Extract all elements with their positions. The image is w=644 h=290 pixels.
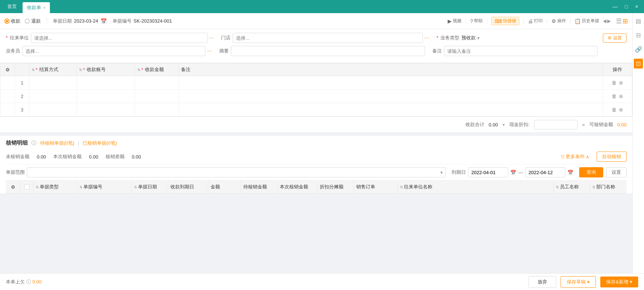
row-1-ops: 🗑 ⊕ [603, 76, 632, 89]
calendar-icon[interactable]: 📅 [101, 18, 107, 24]
save-new-dropdown-icon: ▾ [630, 279, 632, 285]
history-prev-icon[interactable]: ◀ [603, 18, 606, 24]
home-tab[interactable]: 首页 [3, 0, 21, 13]
detail-settings-icon[interactable]: ⚙ [6, 181, 20, 193]
store-more-icon[interactable]: ··· [424, 35, 429, 41]
remark-input[interactable] [444, 46, 597, 56]
col-header-amount2: 金额 [208, 181, 241, 193]
row-1-delete-icon[interactable]: 🗑 [612, 80, 617, 86]
col-header-ops: 操作 [603, 63, 632, 76]
row-2-delete-icon[interactable]: 🗑 [612, 93, 617, 99]
discount-input[interactable] [534, 120, 578, 129]
table-settings-icon[interactable]: ⚙ [0, 63, 15, 76]
window-close-button[interactable]: × [632, 4, 641, 9]
due-date-range: 到期日 📅 — 📅 [452, 167, 573, 177]
due-date-from-input[interactable] [468, 167, 508, 177]
history-action[interactable]: 📋 历史单据 [574, 18, 599, 24]
counter-party-field: * 往来单位 ··· [6, 33, 214, 43]
pending-tab[interactable]: 待核销单据(0笔) [40, 140, 74, 146]
select-all-checkbox[interactable] [24, 184, 30, 189]
row-2-copy-icon[interactable]: ⊕ [619, 93, 623, 99]
row-2-amount[interactable] [135, 90, 179, 103]
row-1-settle[interactable] [30, 76, 77, 89]
row-1-remark[interactable] [179, 76, 603, 89]
help-action[interactable]: ? 帮助 [470, 18, 483, 24]
sidebar-link-icon[interactable]: 🔗 [633, 44, 644, 54]
row-3-delete-icon[interactable]: 🗑 [612, 107, 617, 113]
settings-button-2[interactable]: 设置 [606, 167, 627, 177]
col-header-settle: ⇅ * 结算方式 [30, 63, 77, 76]
sidebar-table-icon[interactable]: ▤ [634, 16, 643, 26]
table-header: ⚙ ⇅ * 结算方式 ⇅ * 收款账号 ⇅ * 收款金额 备注 操作 [0, 63, 632, 76]
bottom-per-order: 本单上欠 ⓘ 0.00 [6, 279, 42, 285]
biz-type-select[interactable]: 预收款 ▾ [462, 35, 603, 41]
active-tab[interactable]: 收款单 × [23, 2, 50, 13]
row-2-remark[interactable] [179, 90, 603, 103]
form-row-1: * 往来单位 ··· 门店 ··· * 业务类型 预收款 ▾ [6, 33, 627, 43]
detail-table-header: ⚙ ⇅ 单据类型 ⇅ 单据编号 ⇅ 单据日期 收款到期日 金额 待核销金额 本次… [6, 180, 627, 193]
row-2-ops: 🗑 ⊕ [603, 90, 632, 103]
history-next-icon[interactable]: ▶ [607, 18, 611, 24]
row-3-amount[interactable] [135, 103, 179, 116]
due-date-to-input[interactable] [525, 167, 565, 177]
tab-close-icon[interactable]: × [43, 5, 46, 10]
biz-type-dropdown-icon: ▾ [477, 35, 480, 41]
grid-view-icon[interactable]: ⊞ [623, 17, 628, 25]
row-3-remark[interactable] [179, 103, 603, 116]
row-2-settle[interactable] [30, 90, 77, 103]
save-draft-button[interactable]: 保存草稿 ▾ [561, 276, 596, 288]
due-date-from-calendar-icon[interactable]: 📅 [510, 170, 516, 175]
query-button[interactable]: 查询 [579, 167, 603, 177]
window-minimize-button[interactable]: — [609, 4, 620, 9]
col-header-dept: ⇅ 部门名称 [590, 181, 627, 193]
settings-button[interactable]: ⚙ 设置 [603, 34, 627, 43]
ops-action[interactable]: ⚙ 操作 [551, 18, 566, 24]
verify-info-icon[interactable]: ⓘ [31, 140, 36, 146]
save-new-button[interactable]: 保存&新增 ▾ [600, 277, 638, 287]
done-tab[interactable]: 已核销单据(0笔) [83, 140, 117, 146]
detail-checkbox-header [20, 181, 34, 193]
print-action[interactable]: 🖨 打印 [528, 18, 543, 24]
more-conditions-button[interactable]: ▽ 更多条件 ∧ [561, 153, 589, 160]
receipt-radio[interactable]: 收款 [4, 18, 20, 24]
per-order-info-icon[interactable]: ⓘ [26, 279, 31, 285]
right-sidebar: ▤ ⊟ 🔗 ⊡ [632, 13, 644, 290]
shortcut-action[interactable]: ⌨ 快捷键 [491, 17, 519, 25]
staff-input[interactable] [22, 46, 205, 56]
store-input[interactable] [233, 33, 423, 43]
row-1-copy-icon[interactable]: ⊕ [619, 80, 623, 86]
save-draft-dropdown-icon: ▾ [587, 279, 590, 285]
row-3-account[interactable] [77, 103, 135, 116]
list-view-icon[interactable]: ☰ [616, 17, 622, 25]
row-2-account[interactable] [77, 90, 135, 103]
refund-radio[interactable]: 退款 [25, 18, 41, 24]
form-row-2: 业务员 ··· 摘要 备注 [6, 46, 627, 56]
counter-party-more-icon[interactable]: ··· [209, 35, 214, 41]
window-maximize-button[interactable]: □ [622, 4, 631, 9]
row-3-copy-icon[interactable]: ⊕ [619, 107, 623, 113]
ops-icon: ⚙ [551, 18, 556, 24]
row-3-settle[interactable] [30, 103, 77, 116]
row-1-amount[interactable] [135, 76, 179, 89]
summary-field: 摘要 [219, 46, 425, 56]
discard-button[interactable]: 放弃 [529, 276, 556, 288]
counter-party-input[interactable] [31, 33, 208, 43]
range-select[interactable] [27, 167, 446, 177]
main-content: 收款 退款 单据日期 2023-03-24 📅 单据编号 SK-20230324… [0, 13, 632, 210]
print-icon: 🖨 [528, 18, 533, 24]
row-num-header [15, 63, 30, 76]
video-action[interactable]: ▶ 视频 [448, 18, 462, 24]
table-row: 2 🗑 ⊕ [0, 90, 632, 103]
due-date-to-calendar-icon[interactable]: 📅 [568, 170, 573, 175]
sidebar-list-icon[interactable]: ⊟ [635, 30, 642, 40]
top-nav: 首页 收款单 × — □ × [0, 0, 644, 13]
summary-input[interactable] [231, 46, 425, 56]
sidebar-expand-icon[interactable]: ⊡ [634, 59, 643, 68]
auto-offset-button[interactable]: 自动核销 [597, 152, 627, 162]
col-header-amount: ⇅ * 收款金额 [135, 63, 179, 76]
col-header-pending: 待核销金额 [241, 181, 278, 193]
col-header-duedate: 收款到期日 [168, 181, 208, 193]
receipt-table: ⚙ ⇅ * 结算方式 ⇅ * 收款账号 ⇅ * 收款金额 备注 操作 1 🗑 [0, 63, 632, 117]
staff-more-icon[interactable]: ··· [207, 48, 212, 54]
row-1-account[interactable] [77, 76, 135, 89]
